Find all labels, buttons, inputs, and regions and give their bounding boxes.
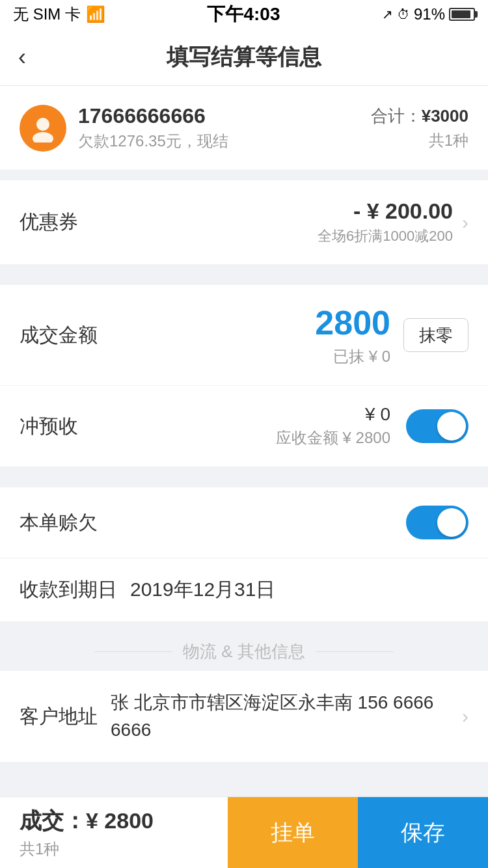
- coupon-info: - ¥ 200.00 全场6折满1000减200: [318, 198, 453, 246]
- prepay-right: ¥ 0 应收金额 ¥ 2800: [276, 404, 468, 448]
- page-title: 填写结算等信息: [167, 42, 321, 72]
- svg-point-0: [36, 118, 49, 131]
- user-sub-text: 欠款1276.35元，现结: [78, 131, 228, 152]
- user-left: 17666666666 欠款1276.35元，现结: [20, 104, 228, 152]
- bottom-deal-value: ¥ 2800: [86, 808, 154, 833]
- back-button[interactable]: ‹: [18, 44, 26, 71]
- coupon-right: - ¥ 200.00 全场6折满1000减200 ›: [318, 198, 468, 246]
- avatar: [20, 105, 66, 152]
- logistics-divider: 物流 & 其他信息: [0, 632, 488, 671]
- debt-row: 本单赊欠: [20, 506, 468, 539]
- debt-toggle-knob: [437, 508, 466, 537]
- debt-toggle[interactable]: [406, 506, 468, 539]
- chevron-right-icon: ›: [462, 211, 468, 234]
- debt-label: 本单赊欠: [20, 509, 98, 536]
- svg-point-1: [33, 132, 53, 142]
- prepay-section: 冲预收 ¥ 0 应收金额 ¥ 2800: [0, 386, 488, 467]
- amount-label: 成交金额: [20, 322, 98, 349]
- prepay-label: 冲预收: [20, 413, 78, 440]
- bottom-summary: 成交：¥ 2800 共1种: [0, 806, 228, 860]
- amount-value-wrapper: 2800 已抹 ¥ 0: [315, 303, 390, 367]
- wifi-icon: 📶: [86, 5, 105, 23]
- address-section[interactable]: 客户地址 张 北京市市辖区海淀区永丰南 156 6666 6666 ›: [0, 671, 488, 762]
- bottom-deal: 成交：¥ 2800: [20, 806, 208, 836]
- section-divider-1: [0, 275, 488, 285]
- coupon-desc: 全场6折满1000减200: [318, 226, 453, 246]
- address-chevron-icon: ›: [462, 705, 468, 727]
- battery-icon: [449, 8, 475, 21]
- coupon-discount: - ¥ 200.00: [318, 198, 453, 224]
- toggle-knob: [437, 412, 466, 441]
- address-value: 张 北京市市辖区海淀区永丰南 156 6666 6666: [111, 689, 455, 744]
- bottom-deal-label: 成交：: [20, 808, 86, 833]
- status-right: ↗ ⏱ 91%: [382, 5, 475, 23]
- address-label: 客户地址: [20, 703, 98, 730]
- duedate-row: 收款到期日 2019年12月31日: [20, 576, 468, 603]
- amount-value: 2800: [315, 303, 390, 342]
- battery-fill: [452, 10, 470, 18]
- duedate-value: 2019年12月31日: [130, 576, 275, 603]
- save-button[interactable]: 保存: [358, 797, 488, 869]
- status-bar: 无 SIM 卡 📶 下午4:03 ↗ ⏱ 91%: [0, 0, 488, 29]
- duedate-label: 收款到期日: [20, 576, 117, 603]
- amount-sub: 已抹 ¥ 0: [315, 346, 390, 367]
- coupon-row[interactable]: 优惠券 - ¥ 200.00 全场6折满1000减200 ›: [0, 180, 488, 264]
- total-label: 合计：¥3000: [371, 105, 468, 128]
- prepay-amount: ¥ 0: [276, 404, 390, 425]
- logistics-label: 物流 & 其他信息: [94, 640, 394, 663]
- alarm-icon: ⏱: [397, 7, 410, 22]
- location-icon: ↗: [382, 7, 393, 22]
- bottom-bar: 成交：¥ 2800 共1种 挂单 保存: [0, 796, 488, 868]
- user-right: 合计：¥3000 共1种: [371, 105, 468, 151]
- user-row: 17666666666 欠款1276.35元，现结 合计：¥3000 共1种: [20, 104, 468, 152]
- status-left: 无 SIM 卡 📶: [13, 4, 105, 25]
- avatar-icon: [29, 114, 57, 142]
- total-count: 共1种: [371, 130, 468, 151]
- amount-right: 2800 已抹 ¥ 0 抹零: [315, 303, 468, 367]
- nav-bar: ‹ 填写结算等信息: [0, 29, 488, 86]
- debt-section: 本单赊欠: [0, 487, 488, 558]
- bottom-count: 共1种: [20, 839, 208, 860]
- prepay-values: ¥ 0 应收金额 ¥ 2800: [276, 404, 390, 448]
- logistics-line-right: [316, 651, 394, 652]
- user-phone: 17666666666: [78, 104, 228, 128]
- section-divider-2: [0, 467, 488, 477]
- battery-percent: 91%: [414, 5, 445, 23]
- pending-button[interactable]: 挂单: [228, 797, 358, 869]
- prepay-toggle[interactable]: [406, 409, 468, 443]
- coupon-label: 优惠券: [20, 209, 78, 236]
- content-area: 17666666666 欠款1276.35元，现结 合计：¥3000 共1种 优…: [0, 86, 488, 868]
- user-info: 17666666666 欠款1276.35元，现结: [78, 104, 228, 152]
- user-card: 17666666666 欠款1276.35元，现结 合计：¥3000 共1种: [0, 86, 488, 170]
- carrier-label: 无 SIM 卡: [13, 4, 81, 25]
- amount-section: 成交金额 2800 已抹 ¥ 0 抹零: [0, 285, 488, 385]
- prepay-sub: 应收金额 ¥ 2800: [276, 427, 390, 448]
- prepay-row: 冲预收 ¥ 0 应收金额 ¥ 2800: [20, 404, 468, 448]
- logistics-line-left: [94, 651, 172, 652]
- amount-row: 成交金额 2800 已抹 ¥ 0 抹零: [20, 303, 468, 367]
- duedate-section: 收款到期日 2019年12月31日: [0, 558, 488, 621]
- address-row: 客户地址 张 北京市市辖区海淀区永丰南 156 6666 6666 ›: [20, 689, 468, 744]
- status-time: 下午4:03: [207, 2, 280, 27]
- round-btn[interactable]: 抹零: [403, 318, 468, 352]
